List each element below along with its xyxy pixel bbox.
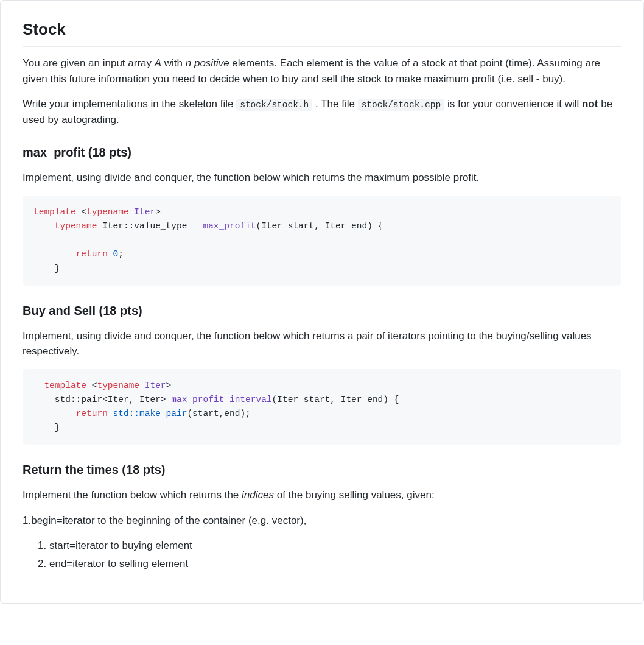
kw-return: return xyxy=(76,249,108,259)
heading-max-profit: max_profit (18 pts) xyxy=(23,143,621,161)
page-title: Stock xyxy=(23,18,621,47)
indent xyxy=(33,395,55,404)
indent xyxy=(33,249,76,259)
ns-make-pair: std::make_pair xyxy=(113,409,187,418)
text: You are given an input array xyxy=(23,57,155,69)
text: std::pair<Iter, Iter> xyxy=(55,395,171,404)
emphasis-not: not xyxy=(582,98,598,110)
text: Write your implementations in the skelet… xyxy=(23,98,236,110)
text: of the buying selling values, given: xyxy=(274,489,435,501)
list-item: end=iterator to selling element xyxy=(49,556,621,572)
text xyxy=(108,409,113,418)
var-A: A xyxy=(155,57,161,69)
text: (Iter start, Iter end) { xyxy=(272,395,399,404)
kw-return: return xyxy=(76,409,108,418)
kw-typename: typename xyxy=(97,381,139,390)
type-iter: Iter xyxy=(129,207,156,217)
code-stock-cpp: stock/stock.cpp xyxy=(358,99,445,111)
text xyxy=(108,249,113,259)
desc-buy-sell: Implement, using divide and conquer, the… xyxy=(23,328,621,359)
text: Implement the function below which retur… xyxy=(23,489,242,501)
codeblock-buy-sell: template <typename Iter> std::pair<Iter,… xyxy=(23,369,621,445)
intro-paragraph-2: Write your implementations in the skelet… xyxy=(23,96,621,127)
heading-return-times: Return the times (18 pts) xyxy=(23,460,621,479)
document-page: Stock You are given an input array A wit… xyxy=(0,0,644,604)
type-iter: Iter xyxy=(139,381,166,390)
desc-max-profit: Implement, using divide and conquer, the… xyxy=(23,170,621,186)
text: ; xyxy=(118,249,124,259)
fn-max-profit-interval: max_profit_interval xyxy=(171,395,271,404)
code-stock-h: stock/stock.h xyxy=(236,99,312,111)
text: } xyxy=(33,423,60,432)
text: > xyxy=(166,381,172,390)
text: (Iter start, Iter end) { xyxy=(256,221,383,231)
fn-max-profit: max_profit xyxy=(203,221,256,231)
return-times-line1: 1.begin=iterator to the beginning of the… xyxy=(23,513,621,529)
emphasis-indices: indices xyxy=(242,489,274,501)
heading-buy-sell: Buy and Sell (18 pts) xyxy=(23,301,621,320)
text: } xyxy=(33,264,60,273)
kw-template: template xyxy=(33,207,76,217)
var-n-positive: n positive xyxy=(186,57,229,69)
text: < xyxy=(86,381,97,390)
text: Iter::value_type xyxy=(97,221,203,231)
return-times-list: start=iterator to buying element end=ite… xyxy=(23,538,621,571)
text: < xyxy=(76,207,86,217)
num-zero: 0 xyxy=(113,249,119,259)
text: > xyxy=(155,207,161,217)
text: . The file xyxy=(312,98,357,110)
intro-paragraph-1: You are given an input array A with n po… xyxy=(23,55,621,86)
desc-return-times: Implement the function below which retur… xyxy=(23,487,621,503)
list-item: start=iterator to buying element xyxy=(49,538,621,554)
indent xyxy=(33,221,55,231)
kw-template: template xyxy=(44,381,86,390)
text: (start,end); xyxy=(187,409,250,418)
indent xyxy=(33,409,76,418)
indent xyxy=(33,381,44,390)
text: is for your convenience it will xyxy=(444,98,582,110)
text: with xyxy=(161,57,186,69)
kw-typename: typename xyxy=(55,221,97,231)
kw-typename: typename xyxy=(86,207,129,217)
codeblock-max-profit: template <typename Iter> typename Iter::… xyxy=(23,196,621,286)
